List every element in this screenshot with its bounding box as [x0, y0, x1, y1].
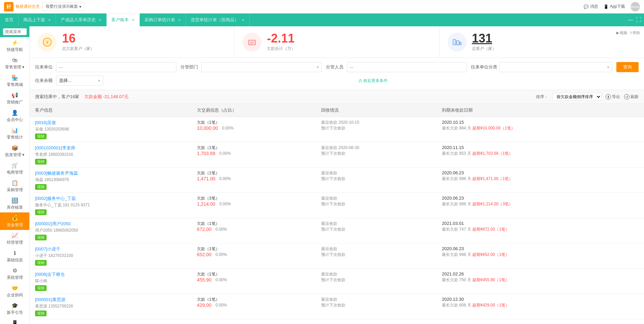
sidebar-item-batch-mgmt[interactable]: 📦 批发管理 ▾	[0, 142, 29, 160]
recent-payment: 最近收款	[321, 170, 431, 176]
tab-purchase-summary[interactable]: 采购订单统计表 ✕	[140, 13, 186, 26]
sidebar-item-basic-info[interactable]: ℹ 基础信息	[0, 247, 29, 265]
recent-payment: 最近收款	[321, 246, 431, 252]
tab-stock-summary[interactable]: 进货单统计表（按商品） ✕	[186, 13, 250, 26]
app-download-btn[interactable]: 📱 App下载	[604, 4, 625, 9]
customer-name[interactable]: [0002]服务中心_丁磊	[35, 196, 186, 202]
export-btn[interactable]: ⬆ 导出	[606, 94, 620, 100]
department-select[interactable]: ▾	[201, 62, 322, 72]
due-date: 2020.06.23	[442, 170, 639, 175]
query-button[interactable]: 查询	[616, 62, 639, 72]
customer-name[interactable]: [000002]用户2050	[35, 221, 186, 227]
due-date: 2021.03.01	[442, 221, 639, 226]
debt-amount: 1,471.00	[197, 176, 216, 181]
unit-category-select[interactable]: ▾	[499, 62, 612, 72]
overdue-link[interactable]: 超期¥1,214.00（3笔）	[472, 202, 513, 206]
debt-amount-icon	[243, 33, 261, 52]
balance-label: 往来余额	[35, 78, 54, 84]
sidebar-item-member[interactable]: 👤 会员中心	[0, 107, 29, 125]
sort-select[interactable]: 按欠款金额倒序排序	[552, 93, 601, 101]
collapse-btn[interactable]: ⋀ 收起更多条件	[357, 77, 389, 85]
sidebar-item-retail-store[interactable]: 🏪 零售商城	[0, 72, 29, 90]
table-row: [000002]用户2050 用户2050 18665062050 现销 欠款（…	[30, 218, 644, 243]
tab-customer-account-close[interactable]: ✕	[132, 18, 135, 22]
customer-name[interactable]: [0001020001]李老师	[35, 145, 186, 151]
tab-home[interactable]: 首页	[0, 13, 19, 26]
content-area: ¥ 16 总欠款客户（家）	[30, 26, 644, 324]
tab-minimize-icon[interactable]: —	[628, 17, 633, 23]
sidebar-item-finance[interactable]: 💰 资金管理	[0, 212, 29, 230]
search-input[interactable]	[3, 28, 27, 35]
overdue-link[interactable]: 超期¥1,703.68（1笔）	[472, 151, 513, 156]
overdue-link[interactable]: 超期¥672.00（1笔）	[472, 227, 509, 232]
tab-bar: 首页 商品上下架 ✕ 产成品入库单历史 ✕ 客户账本 ✕ 采购订单统计表 ✕ 进…	[0, 13, 644, 26]
overdue-link[interactable]: 超期¥455.90（1笔）	[472, 277, 509, 282]
due-date-cell: 2020.06.23 最长欠款 998 天 超期¥1,214.00（3笔）	[437, 193, 644, 218]
tab-product-offline-close[interactable]: ✕	[48, 18, 51, 22]
filter-area: 往来单位 ··· 分管部门 ▾ 分管人员	[30, 58, 644, 90]
sidebar-search[interactable]	[0, 26, 29, 37]
tab-stock-summary-close[interactable]: ✕	[242, 18, 245, 22]
filter-from-unit: 往来单位 ···	[35, 62, 176, 72]
next-payment: 预计下次收款	[321, 151, 431, 156]
debt-row: 欠款（3笔）	[197, 196, 310, 201]
recent-payment: 最近收款	[321, 271, 431, 277]
marketing-icon: 📢	[11, 92, 18, 98]
sidebar-item-ecommerce[interactable]: 🛒 电商管理	[0, 160, 29, 177]
sidebar-item-purchase[interactable]: 📋 采购管理	[0, 177, 29, 195]
video-btn[interactable]: ▶ 视频	[616, 30, 627, 35]
table-row: [0006]去下粮仓 陈小南 现销 欠款（1笔） 455.90 0.00% 最近…	[30, 269, 644, 294]
debt-amount: 455.90	[197, 277, 212, 283]
tab-produce-history-close[interactable]: ✕	[99, 18, 102, 22]
sidebar-item-enterprise-collab[interactable]: 🤝 企业协同	[0, 283, 29, 300]
filter-balance: 往来余额 选择... ▾	[35, 76, 103, 86]
customer-name[interactable]: [0016]吴俊	[35, 120, 186, 126]
sidebar-item-ops[interactable]: 📈 经营管理	[0, 230, 29, 247]
message-btn[interactable]: 💬 消息	[584, 4, 598, 9]
svg-rect-5	[460, 42, 461, 45]
overdue-link[interactable]: 超期¥10,000.00（1笔）	[472, 126, 515, 130]
person-input[interactable]: ···	[347, 62, 467, 72]
tab-maximize-icon[interactable]: ⛶	[636, 17, 641, 23]
customer-name[interactable]: [0003]畅捷服务尹海蕊	[35, 170, 186, 176]
overdue-link[interactable]: 超期¥1,471.00（1笔）	[472, 176, 513, 181]
tab-customer-account[interactable]: 客户账本 ✕	[107, 13, 140, 26]
sidebar-item-stock-check[interactable]: 🔢 库存核算	[0, 195, 29, 212]
debt-info-cell: 欠款（1笔） 672.00 0.00%	[192, 218, 316, 243]
sidebar-item-basic-info-label: 基础信息	[7, 258, 23, 262]
sidebar-item-retail-stats[interactable]: 📊 零售统计	[0, 125, 29, 142]
total-customers-icon	[448, 33, 467, 52]
debt-amount-row: 1,471.00 0.00%	[197, 176, 310, 181]
overdue-link[interactable]: 超期¥429.00（1笔）	[472, 303, 509, 307]
sidebar-item-retail-mgmt[interactable]: 🛍 零售管理 ▾	[0, 55, 29, 72]
debt-percent: 0.00%	[216, 303, 227, 307]
tab-purchase-summary-close[interactable]: ✕	[178, 18, 181, 22]
table-row: [000001]黄思源 黄思源 13552700226 现销 欠款（1笔） 42…	[30, 294, 644, 319]
overdue-link[interactable]: 超期¥652.00（1笔）	[472, 252, 509, 257]
debt-amount-row: 1,214.00 0.00%	[197, 201, 310, 207]
customer-sub: 海蕊 18513066976	[35, 177, 186, 183]
sidebar-item-marketing[interactable]: 📢 营销推广	[0, 90, 29, 107]
customer-name[interactable]: [0006]去下粮仓	[35, 271, 186, 277]
company-selector[interactable]: 母婴行业演示账套 ▾	[43, 2, 84, 11]
refresh-btn[interactable]: ↺ 刷新	[624, 94, 639, 100]
balance-select[interactable]: 选择... ▾	[56, 76, 103, 86]
customer-name[interactable]: [000001]黄思源	[35, 297, 186, 303]
tab-product-offline[interactable]: 商品上下架 ✕	[19, 13, 56, 26]
app-name: 畅捷通好生意	[16, 4, 40, 9]
logo-icon: 好	[4, 2, 13, 11]
sidebar-item-system[interactable]: ⚙ 系统管理	[0, 265, 29, 283]
customer-name[interactable]: [0007]小进干	[35, 246, 186, 252]
stat-info-debt-amount: -2.11 欠款合计（万）	[267, 32, 295, 52]
from-unit-input[interactable]: ···	[56, 62, 176, 72]
results-info-text: 搜索结果中，客户16家	[35, 94, 79, 99]
sidebar-item-app-center[interactable]: 📱 应用中心	[0, 318, 29, 324]
debt-percent: 0.00%	[219, 202, 231, 206]
avatar[interactable]: demo2	[631, 2, 640, 11]
help-btn[interactable]: ? 帮助	[630, 30, 640, 35]
sidebar-item-new-guide[interactable]: 🎓 新手引导	[0, 300, 29, 318]
customer-info-cell: [000002]用户2050 用户2050 18665062050 现销	[30, 218, 192, 243]
due-date-cell: 2020.11.15 最长欠款 853 天 超期¥1,703.68（1笔）	[437, 142, 644, 168]
tab-produce-history[interactable]: 产成品入库单历史 ✕	[56, 13, 107, 26]
sidebar-item-quick-nav[interactable]: ⚡ 快捷导航	[0, 37, 29, 55]
